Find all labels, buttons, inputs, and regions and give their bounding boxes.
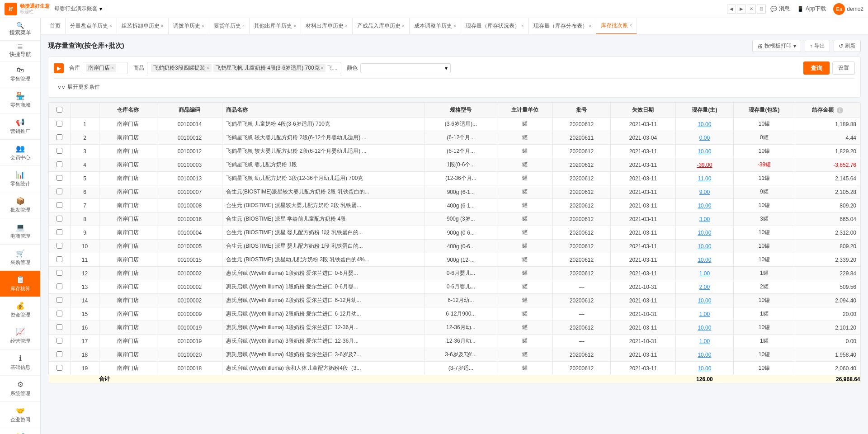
- sidebar-item-13[interactable]: 🤝 企业协同: [0, 402, 40, 428]
- row-unit-1: 罐: [497, 131, 552, 145]
- sub-tab-xiancun1[interactable]: 现存量（库存状况表） ×: [461, 18, 529, 34]
- goods-tag-box[interactable]: 飞鹤奶粉3段四罐提装 × 飞鹤星飞帆 儿童奶粉 4段(3-6岁适用) 700克 …: [147, 62, 341, 74]
- row-checkbox-3[interactable]: [49, 158, 71, 172]
- row-checkbox-12[interactable]: [49, 280, 71, 294]
- sidebar-item-12[interactable]: ⚙ 系统管理: [0, 376, 40, 402]
- row-no-13: 14: [70, 294, 99, 307]
- row-no-7: 8: [70, 212, 99, 226]
- sidebar-icon-9: 💰: [16, 302, 25, 310]
- sidebar-quick-nav[interactable]: ☰ 快捷导航: [0, 41, 40, 61]
- sub-tab-zuzhuang[interactable]: 组装拆卸单历史 ×: [117, 18, 169, 34]
- row-checkbox-4[interactable]: [49, 172, 71, 185]
- account-dropdown[interactable]: 母婴行业演示账套 ▾: [50, 5, 107, 13]
- sub-tab-cailiao[interactable]: 材料出库单历史 ×: [301, 18, 353, 34]
- sidebar-label-8: 库存核算: [10, 285, 30, 292]
- export-button[interactable]: ↑ 导出: [805, 40, 830, 52]
- remove-goods-2[interactable]: ×: [321, 66, 324, 71]
- remove-goods-1[interactable]: ×: [207, 66, 209, 71]
- sub-tab-yaohuo[interactable]: 要货单历史 ×: [209, 18, 250, 34]
- row-checkbox-14[interactable]: [49, 307, 71, 321]
- sidebar-item-9[interactable]: 💰 资金管理: [0, 297, 40, 323]
- row-spec-0: (3-6岁适用)...: [425, 118, 497, 131]
- message-button[interactable]: 💬 消息: [770, 5, 790, 13]
- row-checkbox-8[interactable]: [49, 226, 71, 240]
- row-qty-12: 2.00: [675, 280, 733, 294]
- filter-expand-arrow[interactable]: ▶: [54, 63, 64, 73]
- close-fenliang[interactable]: ×: [109, 24, 112, 28]
- sidebar-item-0[interactable]: 🛍 零售管理: [0, 61, 40, 87]
- sidebar-item-2[interactable]: 📢 营销推广: [0, 113, 40, 140]
- row-checkbox-16[interactable]: [49, 335, 71, 348]
- sidebar-item-5[interactable]: 📦 批发管理: [0, 192, 40, 218]
- expand-more-button[interactable]: ∨∨ 展开更多条件: [54, 81, 855, 93]
- sidebar-item-4[interactable]: 📊 零售统计: [0, 166, 40, 192]
- balance-info-icon[interactable]: i: [837, 107, 843, 113]
- sidebar-item-6[interactable]: 💻 电商管理: [0, 218, 40, 245]
- close-chengben[interactable]: ×: [453, 24, 456, 28]
- row-no-8: 9: [70, 226, 99, 240]
- tab-expand-button[interactable]: ⊟: [757, 5, 766, 14]
- remove-warehouse-tag[interactable]: ×: [111, 66, 114, 71]
- row-checkbox-9[interactable]: [49, 240, 71, 253]
- row-spec-3: 1段(0-6个...: [425, 158, 497, 172]
- row-code-15: 00100019: [157, 321, 222, 335]
- sub-tab-qtachuku[interactable]: 其他出库单历史 ×: [250, 18, 301, 34]
- sidebar-item-8[interactable]: 📋 库存核算: [0, 271, 40, 297]
- close-kucun[interactable]: ×: [629, 23, 632, 28]
- close-yaohuo[interactable]: ×: [242, 24, 245, 28]
- close-cailiao[interactable]: ×: [345, 24, 348, 28]
- close-xiancun1[interactable]: ×: [521, 24, 524, 28]
- sub-tab-chancheng[interactable]: 产成品入库单历史 ×: [353, 18, 410, 34]
- row-checkbox-6[interactable]: [49, 199, 71, 212]
- sub-tab-diaob[interactable]: 调拨单历史 ×: [169, 18, 209, 34]
- close-xiancun2[interactable]: ×: [589, 24, 592, 28]
- sub-tab-kucun[interactable]: 库存批次账 ×: [596, 18, 637, 34]
- sub-tab-home[interactable]: 首页: [45, 18, 66, 34]
- col-balance-header: 结存金额 i: [795, 103, 860, 118]
- user-menu[interactable]: Ea demo2: [833, 3, 863, 15]
- close-diaob[interactable]: ×: [202, 24, 204, 28]
- sub-tab-chengben[interactable]: 成本调整单历史 ×: [410, 18, 461, 34]
- row-qtyp-11: 1罐: [733, 267, 795, 280]
- row-checkbox-18[interactable]: [49, 362, 71, 375]
- sidebar-item-10[interactable]: 📈 经营管理: [0, 323, 40, 349]
- row-checkbox-11[interactable]: [49, 267, 71, 280]
- close-zuzhuang[interactable]: ×: [161, 24, 164, 28]
- goods-more[interactable]: 飞...: [327, 64, 337, 72]
- close-chancheng[interactable]: ×: [402, 24, 405, 28]
- sidebar-item-1[interactable]: 🏪 零售商城: [0, 87, 40, 113]
- tab-close-button[interactable]: ✕: [747, 5, 756, 14]
- row-expire-17: 2021-03-11: [610, 348, 675, 362]
- row-balance-1: 4.44: [795, 131, 860, 145]
- query-button[interactable]: 查询: [803, 61, 830, 75]
- row-checkbox-13[interactable]: [49, 294, 71, 307]
- row-checkbox-1[interactable]: [49, 131, 71, 145]
- table-header-row: 仓库名称 商品编码 商品名称 规格型号 主计量单位 批号 失效日期 现存量(主)…: [49, 103, 860, 118]
- row-checkbox-2[interactable]: [49, 145, 71, 158]
- print-button[interactable]: 🖨 按模板打印 ▾: [752, 40, 801, 52]
- refresh-button[interactable]: ↺ 刷新: [834, 40, 861, 52]
- sub-tab-fenliang[interactable]: 分量盘点单历史 ×: [66, 18, 117, 34]
- row-checkbox-15[interactable]: [49, 321, 71, 335]
- tab-prev-button[interactable]: ◀: [727, 5, 736, 14]
- sub-tab-xiancun2[interactable]: 现存量（库存分布表） ×: [529, 18, 597, 34]
- sidebar-item-11[interactable]: ℹ 基础信息: [0, 349, 40, 376]
- color-tag-box[interactable]: ▾: [360, 63, 451, 73]
- table-row: 17 南岸门店 00100019 惠氏启赋 (Wyeth illuma) 3段奶…: [49, 335, 860, 348]
- close-qtachuku[interactable]: ×: [293, 24, 296, 28]
- row-checkbox-7[interactable]: [49, 212, 71, 226]
- sidebar-search[interactable]: 🔍 搜索菜单: [0, 18, 40, 41]
- row-checkbox-5[interactable]: [49, 185, 71, 199]
- row-checkbox-17[interactable]: [49, 348, 71, 362]
- sidebar-item-3[interactable]: 👥 会员中心: [0, 140, 40, 166]
- tab-next-button[interactable]: ▶: [737, 5, 746, 14]
- app-download-button[interactable]: 📱 App下载: [797, 5, 826, 13]
- row-checkbox-10[interactable]: [49, 253, 71, 267]
- row-checkbox-0[interactable]: [49, 118, 71, 131]
- select-all-checkbox[interactable]: [57, 107, 62, 113]
- sidebar-item-14[interactable]: 🔰 新手引导: [0, 428, 40, 434]
- warehouse-tag-box[interactable]: 南岸门店 ×: [83, 62, 128, 74]
- sidebar-item-7[interactable]: 🛒 采购管理: [0, 245, 40, 271]
- settings-button[interactable]: 设置: [832, 61, 855, 75]
- sidebar-icon-3: 👥: [16, 144, 25, 153]
